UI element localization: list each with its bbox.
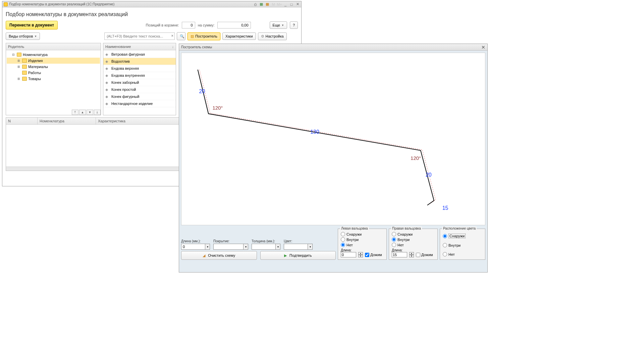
nav-down-button[interactable]: ▼ bbox=[87, 110, 93, 115]
right-none-radio[interactable] bbox=[392, 243, 396, 247]
left-out-radio[interactable] bbox=[341, 232, 345, 236]
folder-icon bbox=[17, 53, 21, 57]
tree-item[interactable]: ⊞Изделия bbox=[7, 58, 100, 64]
list-item[interactable]: Водоотлив bbox=[103, 58, 176, 65]
left-spin-down-icon[interactable]: ▼ bbox=[358, 255, 363, 257]
transfer-button[interactable]: Перенести в документ bbox=[6, 21, 58, 29]
right-spin-down-icon[interactable]: ▼ bbox=[409, 255, 414, 257]
right-in-radio[interactable] bbox=[392, 237, 396, 242]
left-spin-up-icon[interactable]: ▲ bbox=[358, 252, 363, 255]
minimize-icon[interactable]: _ bbox=[283, 2, 288, 7]
tree-item[interactable]: ⊞Товары bbox=[7, 76, 100, 82]
filters-button[interactable]: Виды отборов▼ bbox=[6, 33, 40, 40]
tree-item[interactable]: ⊟Номенклатура bbox=[7, 52, 100, 58]
right-out-radio[interactable] bbox=[392, 232, 396, 236]
color-none-radio[interactable] bbox=[443, 252, 447, 256]
builder-close-icon[interactable]: ✕ bbox=[481, 45, 485, 50]
characteristics-button[interactable]: Характеристики bbox=[222, 33, 256, 40]
tree-item[interactable]: Работы bbox=[7, 70, 100, 76]
left-press-checkbox[interactable] bbox=[365, 253, 369, 257]
col-n: N bbox=[6, 118, 38, 124]
builder-button[interactable]: ▨Построитель bbox=[187, 33, 220, 40]
list-item[interactable]: Конек заборный bbox=[103, 79, 176, 86]
expand-icon[interactable]: ⊞ bbox=[17, 59, 21, 62]
clear-scheme-button[interactable]: ◢Очистить схему bbox=[181, 251, 257, 260]
thickness-input[interactable] bbox=[252, 244, 276, 250]
color-dd-icon[interactable]: ▾ bbox=[308, 244, 313, 250]
expand-icon[interactable]: ⊟ bbox=[11, 53, 15, 56]
search-input[interactable] bbox=[104, 33, 175, 40]
list-item[interactable]: Конек фигурный bbox=[103, 93, 176, 100]
coating-label: Покрытие: bbox=[213, 239, 248, 243]
seg2-label: 130 bbox=[310, 129, 319, 135]
list-item[interactable]: Нестандартное изделие bbox=[103, 100, 176, 107]
coating-dd-icon[interactable]: ▾ bbox=[244, 244, 248, 250]
color-label: Цвет: bbox=[284, 239, 313, 243]
left-len-input[interactable] bbox=[341, 252, 356, 257]
print-icon[interactable]: ⎙ bbox=[253, 2, 258, 7]
color-placement-legend: Расположение цвета bbox=[442, 227, 477, 230]
length-dd-icon[interactable]: ▾ bbox=[205, 244, 210, 250]
list-item-label: Ендова верхняя bbox=[111, 66, 139, 70]
color-in-radio[interactable] bbox=[443, 243, 447, 247]
m-icon[interactable]: M bbox=[271, 2, 276, 7]
calc-icon[interactable]: ▦ bbox=[259, 2, 264, 7]
item-icon bbox=[105, 52, 109, 56]
tree-panel: Родитель ⊟Номенклатура⊞Изделия⊞Материалы… bbox=[6, 43, 101, 115]
right-spin-up-icon[interactable]: ▲ bbox=[409, 252, 414, 255]
folder-icon bbox=[22, 65, 27, 69]
nav-first-button[interactable]: ⤒ bbox=[72, 110, 78, 115]
right-len-input[interactable] bbox=[392, 252, 407, 257]
list-item-label: Ветровая фигурная bbox=[111, 52, 145, 56]
color-input[interactable] bbox=[284, 244, 308, 250]
expand-icon[interactable]: ⊞ bbox=[17, 77, 21, 80]
search-button[interactable]: 🔍 bbox=[177, 32, 185, 40]
item-icon bbox=[105, 73, 109, 77]
left-none-radio[interactable] bbox=[341, 243, 345, 247]
expand-icon[interactable]: ⊞ bbox=[17, 65, 21, 68]
right-press-checkbox[interactable] bbox=[416, 253, 420, 257]
list-item-label: Конек простой bbox=[111, 87, 136, 92]
item-icon bbox=[105, 66, 109, 70]
more-button[interactable]: Еще▼ bbox=[270, 21, 287, 29]
list-item[interactable]: Ендова внутренняя bbox=[103, 72, 176, 79]
left-seam-group: Левая вальцовка Снаружи Внутри Нет Длина… bbox=[338, 229, 387, 260]
help-button[interactable]: ? bbox=[290, 21, 298, 29]
title-bar: Подбор номенклатуры в документах реализа… bbox=[2, 1, 301, 7]
confirm-button[interactable]: ▶Подтвердить bbox=[260, 251, 336, 260]
coating-input[interactable] bbox=[213, 244, 244, 250]
settings-button[interactable]: ⚙Настройка bbox=[258, 33, 287, 40]
sort-icon[interactable]: ↓ bbox=[172, 45, 174, 49]
list-item[interactable]: Конек простой bbox=[103, 86, 176, 93]
nav-up-button[interactable]: ▲ bbox=[79, 110, 86, 115]
left-in-radio[interactable] bbox=[341, 237, 345, 242]
color-placement-group: Расположение цвета Снаружи Внутри Нет bbox=[440, 229, 485, 260]
list-item-label: Конек фигурный bbox=[111, 95, 139, 99]
builder-icon: ▨ bbox=[191, 34, 194, 39]
list-item-label: Водоотлив bbox=[111, 59, 130, 63]
close-icon[interactable]: ✕ bbox=[295, 2, 300, 7]
tree-item[interactable]: ⊞Материалы bbox=[7, 64, 100, 70]
thickness-dd-icon[interactable]: ▾ bbox=[276, 244, 280, 250]
list-item[interactable]: Ветровая фигурная bbox=[103, 51, 176, 58]
list-item[interactable]: Ендова верхняя bbox=[103, 65, 176, 72]
color-out-radio[interactable] bbox=[443, 234, 447, 238]
list-panel: Наименование↓ Ветровая фигурнаяВодоотлив… bbox=[103, 43, 176, 115]
scheme-canvas[interactable]: 20 120° 130 120° 20 15 bbox=[181, 53, 485, 225]
tree-item-label: Материалы bbox=[28, 65, 48, 69]
ang2-label: 120° bbox=[411, 155, 421, 161]
nav-last-button[interactable]: ⤓ bbox=[94, 110, 101, 115]
tree-item-label: Работы bbox=[28, 71, 41, 75]
length-input[interactable] bbox=[181, 244, 205, 250]
right-seam-legend: Правая вальцовка bbox=[391, 227, 422, 230]
sum-label: на сумму: bbox=[198, 23, 215, 27]
item-icon bbox=[105, 87, 109, 92]
item-icon bbox=[105, 102, 109, 106]
calendar-icon[interactable]: ▦ bbox=[265, 2, 270, 7]
folder-icon bbox=[22, 59, 27, 63]
list-header: Наименование↓ bbox=[103, 43, 176, 50]
tree-header: Родитель bbox=[6, 43, 101, 50]
maximize-icon[interactable]: □ bbox=[289, 2, 294, 7]
m2-icon[interactable]: M+ bbox=[277, 2, 282, 7]
clear-search-icon[interactable]: × bbox=[171, 34, 173, 38]
